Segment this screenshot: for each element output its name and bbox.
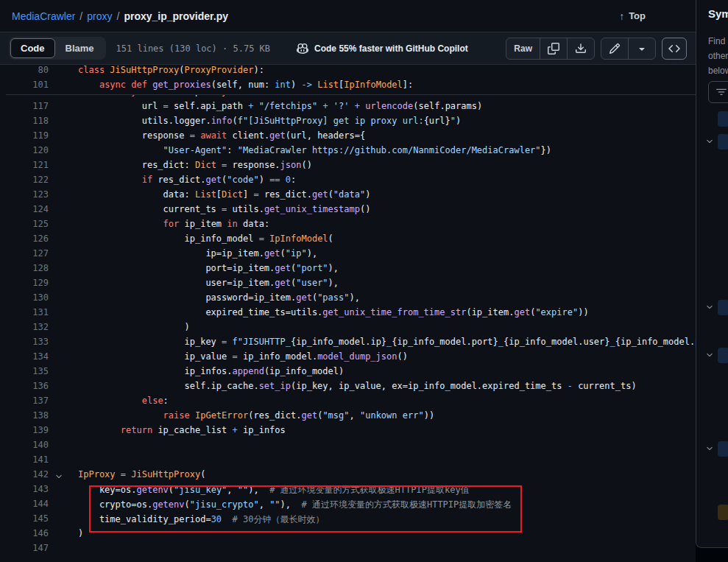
- symbol-pill[interactable]: [718, 134, 728, 150]
- line-number[interactable]: 134: [6, 351, 49, 366]
- edit-dropdown-button[interactable]: [628, 38, 655, 59]
- chevron-down-icon[interactable]: [704, 443, 715, 454]
- line-number[interactable]: 117: [6, 101, 49, 116]
- line-number[interactable]: 147: [6, 543, 49, 558]
- chevron-slot: [49, 130, 69, 145]
- line-number[interactable]: 121: [6, 160, 49, 175]
- code-text: ip_infos.append(ip_info_model): [69, 366, 344, 381]
- code-lines: 116 async with httpx.AsyncClient() as cl…: [6, 65, 696, 558]
- code-line: 117 url = self.api_path + "/fetchips" + …: [6, 101, 696, 116]
- code-line: 134 ip_value = ip_info_model.model_dump_…: [6, 351, 696, 366]
- line-number[interactable]: 141: [6, 454, 49, 469]
- line-number[interactable]: 80: [6, 65, 49, 80]
- chevron-slot: [49, 410, 69, 425]
- symbols-filter-input[interactable]: [708, 81, 728, 103]
- raw-button[interactable]: Raw: [506, 38, 540, 59]
- line-number[interactable]: 137: [6, 396, 49, 410]
- back-to-top-link[interactable]: ↑ Top: [619, 10, 684, 22]
- symbols-description-line: Find: [708, 34, 728, 49]
- line-number[interactable]: 143: [6, 484, 49, 499]
- line-number[interactable]: 123: [6, 189, 49, 204]
- chevron-slot: [49, 543, 69, 558]
- line-number[interactable]: 118: [6, 116, 49, 130]
- chevron-slot: [49, 219, 69, 233]
- line-number[interactable]: 127: [6, 248, 49, 263]
- sticky-header: 80class JiSuHttpProxy(ProxyProvider):101…: [6, 65, 696, 95]
- line-number[interactable]: 131: [6, 307, 49, 322]
- line-number[interactable]: 130: [6, 292, 49, 307]
- chevron-slot: [49, 425, 69, 440]
- code-text: [69, 543, 78, 558]
- code-line: 119 response = await client.get(url, hea…: [6, 130, 696, 145]
- line-number[interactable]: 124: [6, 204, 49, 219]
- chevron-down-icon[interactable]: [704, 301, 715, 313]
- code-text: ip=ip_item.get("ip"),: [69, 248, 317, 263]
- symbol-pill[interactable]: [718, 300, 728, 315]
- file-view: MediaCrawler/proxy/proxy_ip_provider.py …: [0, 0, 696, 562]
- line-number[interactable]: 133: [6, 337, 49, 351]
- code-line: 118 utils.logger.info(f"[JiSuHttpProxy] …: [6, 116, 696, 130]
- download-icon: [575, 43, 587, 55]
- file-toolbar: Code Blame 151 lines (130 loc) · 5.75 KB…: [0, 32, 696, 65]
- line-number[interactable]: 128: [6, 263, 49, 278]
- breadcrumb-folder-link[interactable]: proxy: [87, 10, 112, 22]
- code-line: 125 for ip_item in data:: [6, 219, 696, 233]
- pencil-icon: [609, 43, 621, 55]
- line-number[interactable]: 144: [6, 499, 49, 513]
- line-number[interactable]: 126: [6, 233, 49, 248]
- line-number[interactable]: 138: [6, 410, 49, 425]
- line-number[interactable]: 140: [6, 440, 49, 454]
- line-number[interactable]: 135: [6, 366, 49, 381]
- chevron-down-icon[interactable]: [704, 136, 715, 147]
- line-number[interactable]: 139: [6, 425, 49, 440]
- code-line: 137 else:: [6, 396, 696, 410]
- chevron-slot: [49, 351, 69, 366]
- code-text: else:: [69, 396, 169, 410]
- copy-button[interactable]: [540, 38, 567, 59]
- symbol-pill[interactable]: [718, 348, 728, 363]
- chevron-slot: [49, 233, 69, 248]
- line-number[interactable]: 142: [6, 469, 49, 484]
- symbol-pill[interactable]: [718, 441, 728, 457]
- line-number[interactable]: 132: [6, 322, 49, 337]
- code-line: 120 "User-Agent": "MediaCrawler https://…: [6, 145, 696, 160]
- code-line: 132 ): [6, 322, 696, 337]
- line-number[interactable]: 146: [6, 528, 49, 543]
- line-number[interactable]: 122: [6, 175, 49, 189]
- download-button[interactable]: [567, 38, 594, 59]
- line-number[interactable]: 136: [6, 381, 49, 396]
- copilot-icon: [297, 43, 308, 55]
- symbol-pill[interactable]: [718, 111, 728, 127]
- tab-code[interactable]: Code: [10, 38, 55, 58]
- symbols-panel: Sym Find other below: [696, 0, 728, 548]
- code-text: time_validity_period=30 # 30分钟（最长时效）: [69, 513, 324, 528]
- breadcrumb-repo-link[interactable]: MediaCrawler: [12, 10, 75, 22]
- edit-button[interactable]: [601, 38, 628, 59]
- code-line: 136 self.ip_cache.set_ip(ip_key, ip_valu…: [6, 381, 696, 396]
- code-text: class JiSuHttpProxy(ProxyProvider):: [69, 65, 264, 80]
- line-number[interactable]: 125: [6, 219, 49, 233]
- line-number[interactable]: 101: [6, 80, 49, 94]
- chevron-slot: [49, 263, 69, 278]
- symbols-toggle-button[interactable]: [662, 38, 687, 60]
- code-text: for ip_item in data:: [69, 219, 269, 233]
- collapse-chevron-icon[interactable]: [49, 469, 69, 484]
- symbol-pill[interactable]: [718, 505, 728, 520]
- code-text: async def get_proxies(self, num: int) ->…: [69, 80, 413, 94]
- code-area: 116 async with httpx.AsyncClient() as cl…: [6, 65, 696, 562]
- tab-blame[interactable]: Blame: [55, 38, 105, 58]
- chevron-down-icon[interactable]: [704, 349, 715, 361]
- code-text: ): [69, 322, 190, 337]
- line-number[interactable]: 120: [6, 145, 49, 160]
- line-number[interactable]: 119: [6, 130, 49, 145]
- line-number[interactable]: 145: [6, 513, 49, 528]
- caret-down-icon: [636, 43, 648, 55]
- code-line: 140: [6, 440, 696, 454]
- breadcrumb-bar: MediaCrawler/proxy/proxy_ip_provider.py …: [0, 0, 696, 32]
- code-text: ip_value = ip_info_model.model_dump_json…: [69, 351, 408, 366]
- copilot-banner[interactable]: Code 55% faster with GitHub Copilot: [297, 43, 468, 55]
- chevron-slot: [49, 322, 69, 337]
- code-text: raise IpGetError(res_dict.get("msg", "un…: [69, 410, 434, 425]
- line-number[interactable]: 129: [6, 278, 49, 292]
- code-line: 139 return ip_cache_list + ip_infos: [6, 425, 696, 440]
